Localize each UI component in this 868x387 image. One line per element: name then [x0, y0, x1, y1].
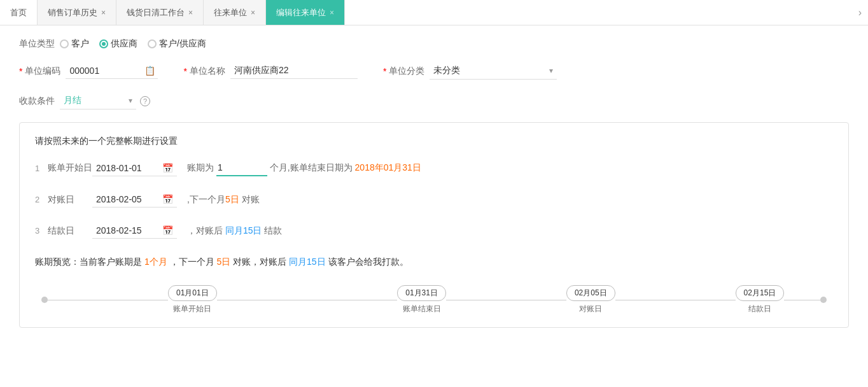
help-icon[interactable]: ?	[140, 96, 150, 106]
tab-home-label: 首页	[10, 7, 27, 18]
row3-desc-suffix: 结款	[262, 225, 282, 236]
unit-name-star: *	[183, 66, 186, 76]
timeline-item-1: 01月01日 账单开始日	[168, 285, 217, 314]
timeline-line-1	[48, 300, 168, 300]
payment-terms-chevron-icon: ▾	[129, 96, 132, 105]
preview-middle2: 对账，对账后	[233, 257, 286, 267]
payment-terms-value: 月结	[64, 95, 129, 106]
payment-terms-select[interactable]: 月结 ▾	[60, 92, 136, 109]
unit-code-star: *	[19, 66, 22, 76]
tab-cash-work-label: 钱货日清工作台	[127, 7, 185, 18]
payment-terms-row: 收款条件 月结 ▾ ?	[19, 92, 849, 109]
unit-code-icon[interactable]: 📋	[142, 64, 158, 77]
radio-customer-circle	[60, 39, 69, 48]
section-row-2: 2 对账日 📅 ,下一个月5日 对账	[35, 192, 833, 208]
timeline-item-4: 02月15日 结款日	[736, 285, 785, 314]
timeline-start-dot	[41, 297, 48, 303]
row1-desc-suffix: 个月,账单结束日期为	[270, 162, 353, 172]
row1-desc: 账期为 个月,账单结束日期为 2018年01月31日	[187, 160, 421, 176]
tab-edit-partner-close[interactable]: ×	[330, 8, 334, 17]
section-title: 请按照未来的一个完整帐期进行设置	[35, 136, 833, 147]
main-content: 单位类型 客户 供应商 客户/供应商 * 单位编码 📋 * 单位名称	[0, 25, 868, 387]
tab-partner[interactable]: 往来单位 ×	[204, 0, 266, 25]
unit-code-field: 📋	[66, 63, 158, 79]
timeline-end-dot	[820, 297, 827, 303]
radio-both-label: 客户/供应商	[159, 38, 206, 50]
category-chevron-icon: ▾	[549, 66, 553, 75]
timeline-badge-2: 01月31日	[397, 285, 446, 301]
radio-customer[interactable]: 客户	[60, 38, 89, 50]
start-date-input[interactable]	[96, 163, 160, 173]
row1-desc-prefix: 账期为	[187, 162, 214, 172]
unit-category-select[interactable]: 未分类 ▾	[430, 62, 557, 80]
unit-category-star: *	[383, 66, 386, 76]
row2-desc: ,下一个月5日 对账	[187, 194, 260, 206]
section-row-3: 3 结款日 📅 ，对账后 同月15日 结款	[35, 223, 833, 239]
tab-cash-work-close[interactable]: ×	[188, 8, 193, 17]
timeline: 01月01日 账单开始日 01月31日 账单结束日 02月05日 对账日	[41, 285, 827, 314]
preview-suffix: 该客户会给我打款。	[328, 257, 409, 267]
radio-supplier[interactable]: 供应商	[99, 38, 137, 50]
tabs-scroll-right[interactable]: ›	[852, 7, 868, 18]
timeline-line-3	[446, 300, 566, 300]
row-label-3: 结款日	[48, 225, 92, 237]
timeline-line-4	[615, 300, 736, 300]
tab-cash-work[interactable]: 钱货日清工作台 ×	[116, 0, 204, 25]
timeline-item-2: 01月31日 账单结束日	[397, 285, 446, 314]
preview-part1: 1个月	[144, 257, 167, 267]
row-num-1: 1	[35, 164, 48, 173]
timeline-line-2	[217, 300, 398, 300]
tab-home[interactable]: 首页	[0, 0, 38, 25]
tab-edit-partner-label: 编辑往来单位	[276, 7, 326, 18]
preview-part3: 同月15日	[289, 257, 326, 267]
radio-customer-label: 客户	[71, 38, 89, 50]
fields-row: * 单位编码 📋 * 单位名称 * 单位分类 未分类 ▾	[19, 62, 849, 80]
start-date-field: 📅	[92, 160, 177, 176]
radio-both[interactable]: 客户/供应商	[148, 38, 206, 50]
timeline-badge-1: 01月01日	[168, 285, 217, 301]
tab-sales-history[interactable]: 销售订单历史 ×	[38, 0, 116, 25]
radio-supplier-circle	[99, 39, 108, 48]
reconcile-date-input[interactable]	[96, 194, 160, 204]
unit-category-label: 单位分类	[389, 66, 424, 77]
timeline-badge-4: 02月15日	[736, 285, 785, 301]
preview-text: 账期预览：当前客户账期是 1个月 ，下一个月 5日 对账，对账后 同月15日 该…	[35, 254, 833, 270]
preview-middle1: ，下一个月	[170, 257, 214, 267]
months-input[interactable]	[216, 160, 267, 176]
section-row-1: 1 账单开始日 📅 账期为 个月,账单结束日期为 2018年01月31日	[35, 160, 833, 176]
row-label-2: 对账日	[48, 194, 92, 206]
reconcile-date-calendar-icon[interactable]: 📅	[162, 194, 173, 204]
radio-supplier-label: 供应商	[111, 38, 137, 50]
reconcile-date-field: 📅	[92, 192, 177, 208]
row2-desc-prefix: ,下一个月	[187, 194, 225, 204]
payment-date-calendar-icon[interactable]: 📅	[162, 225, 173, 236]
timeline-line-5	[784, 300, 820, 300]
preview-prefix: 账期预览：当前客户账期是	[35, 257, 142, 267]
tab-sales-history-close[interactable]: ×	[101, 8, 106, 17]
row-num-3: 3	[35, 226, 48, 236]
unit-name-input[interactable]	[230, 63, 358, 79]
tabs-bar: 首页 销售订单历史 × 钱货日清工作台 × 往来单位 × 编辑往来单位 × ›	[0, 0, 868, 25]
timeline-label-2: 账单结束日	[403, 304, 441, 314]
row2-highlight: 5日	[225, 194, 239, 204]
timeline-item-3: 02月05日 对账日	[566, 285, 615, 314]
end-date-highlight: 2018年01月31日	[355, 162, 421, 172]
tab-edit-partner[interactable]: 编辑往来单位 ×	[266, 0, 345, 25]
tab-partner-label: 往来单位	[214, 7, 247, 18]
unit-code-input[interactable]	[66, 63, 142, 78]
unit-name-label: 单位名称	[190, 66, 225, 77]
start-date-calendar-icon[interactable]: 📅	[162, 163, 173, 173]
payment-terms-label: 收款条件	[19, 95, 55, 107]
unit-type-row: 单位类型 客户 供应商 客户/供应商	[19, 38, 849, 50]
payment-date-input[interactable]	[96, 225, 160, 236]
unit-type-label: 单位类型	[19, 38, 55, 50]
timeline-badge-3: 02月05日	[566, 285, 615, 301]
timeline-label-1: 账单开始日	[173, 304, 211, 314]
timeline-label-4: 结款日	[748, 304, 771, 314]
tab-partner-close[interactable]: ×	[251, 8, 255, 17]
unit-code-label: 单位编码	[25, 66, 60, 77]
payment-date-field: 📅	[92, 223, 177, 239]
radio-group: 客户 供应商 客户/供应商	[60, 38, 206, 50]
row-label-1: 账单开始日	[48, 162, 92, 174]
timeline-container: 01月01日 账单开始日 01月31日 账单结束日 02月05日 对账日	[35, 285, 833, 314]
